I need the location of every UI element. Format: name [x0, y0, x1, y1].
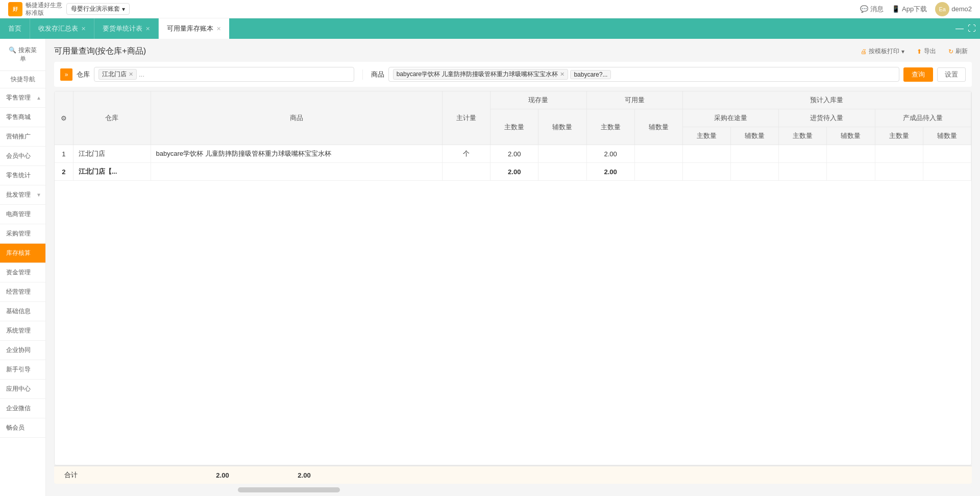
chevron-down-icon: ▾: [122, 6, 125, 13]
quick-nav-btn[interactable]: 快捷导航: [0, 71, 45, 88]
sidebar-item-member-center-label: 会员中心: [6, 152, 31, 160]
sidebar-item-ops-mgmt[interactable]: 经营管理: [0, 282, 45, 302]
app-download-btn[interactable]: 📱 App下载: [892, 5, 927, 14]
window-maximize-icon[interactable]: ⛶: [968, 24, 976, 33]
window-minimize-icon[interactable]: —: [955, 24, 964, 33]
warehouse-tag-group[interactable]: 江北门店 ✕ ...: [94, 67, 354, 82]
row-1-ip-main: [779, 145, 827, 163]
quick-nav-label: 快捷导航: [11, 76, 35, 83]
tab-home[interactable]: 首页: [0, 18, 30, 39]
th-ip-main: 主数量: [779, 127, 827, 145]
tab-order-stats-close[interactable]: ✕: [145, 26, 150, 32]
print-btn[interactable]: 🖨 按模板打印 ▾: [856, 45, 909, 58]
sidebar-item-vip-member[interactable]: 畅会员: [0, 418, 45, 438]
message-btn[interactable]: 💬 消息: [860, 5, 884, 14]
sidebar-item-marketing[interactable]: 营销推广: [0, 127, 45, 147]
th-gear: ⚙: [55, 91, 73, 145]
chevron-down-icon: ▼: [36, 192, 41, 198]
product-tag-text-0: babycare学饮杯 儿童防摔防撞吸管杯重力球吸嘴杯宝宝水杯: [397, 70, 558, 79]
th-stock-aux: 辅数量: [538, 109, 586, 145]
row-1-fp-main: [875, 145, 923, 163]
tab-available-stock-close[interactable]: ✕: [216, 26, 221, 32]
row-1-pt-aux: [731, 145, 779, 163]
row-1-ip-aux: [827, 145, 875, 163]
tab-available-stock[interactable]: 可用量库存账本 ✕: [159, 18, 229, 39]
sidebar-item-wholesale-mgmt[interactable]: 批发管理 ▼: [0, 185, 45, 205]
footer-stock-main: 2.00: [202, 471, 243, 479]
tab-receive-summary[interactable]: 收发存汇总表 ✕: [30, 18, 94, 39]
sidebar-item-ecom-mgmt[interactable]: 电商管理: [0, 205, 45, 224]
sidebar-item-marketing-label: 营销推广: [6, 132, 31, 141]
warehouse-filter-label: 仓库: [77, 70, 90, 79]
sidebar-item-retail-mall-label: 零售商城: [6, 113, 31, 122]
th-incoming-pending: 进货待入量: [779, 109, 875, 127]
page-header: 可用量查询(按仓库+商品) 🖨 按模板打印 ▾ ⬆ 导出 ↻ 刷新: [46, 39, 980, 62]
product-tag-group[interactable]: babycare学饮杯 儿童防摔防撞吸管杯重力球吸嘴杯宝宝水杯 ✕ babyca…: [388, 67, 899, 82]
sidebar-item-purchase-mgmt[interactable]: 采购管理: [0, 224, 45, 244]
sidebar-item-app-center[interactable]: 应用中心: [0, 380, 45, 399]
logo-icon: 好: [8, 2, 22, 16]
refresh-btn[interactable]: ↻ 刷新: [944, 45, 972, 58]
footer-available-main: 2.00: [284, 471, 325, 479]
footer-values: 2.00 2.00: [161, 471, 967, 479]
warehouse-tag-text-0: 江北门店: [102, 70, 127, 79]
main-layout: 🔍 搜索菜单 快捷导航 零售管理 ▲ 零售商城 营销推广 会员中心 零售统计 批…: [0, 39, 980, 496]
warehouse-tag-0: 江北门店 ✕: [99, 69, 137, 80]
tab-order-stats[interactable]: 要货单统计表 ✕: [94, 18, 159, 39]
logo-area: 好 畅捷通好生意 标准版: [8, 2, 62, 16]
user-area[interactable]: Ea demo2: [935, 2, 972, 16]
export-btn[interactable]: ⬆ 导出: [913, 45, 940, 58]
product-tag-remove-0[interactable]: ✕: [560, 71, 565, 78]
sidebar-item-enterprise-collab[interactable]: 企业协同: [0, 341, 45, 360]
scroll-thumb[interactable]: [238, 487, 340, 492]
message-icon: 💬: [860, 5, 868, 13]
warehouse-tag-remove-0[interactable]: ✕: [129, 71, 133, 78]
sidebar-item-retail-stats-label: 零售统计: [6, 171, 31, 180]
print-icon: 🖨: [861, 48, 867, 55]
row-1-pt-main: [682, 145, 730, 163]
table-row: 1 江北门店 babycare学饮杯 儿童防摔防撞吸管杯重力球吸嘴杯宝宝水杯 个…: [55, 145, 971, 163]
content-area: 可用量查询(按仓库+商品) 🖨 按模板打印 ▾ ⬆ 导出 ↻ 刷新: [46, 39, 980, 496]
filter-dots[interactable]: ...: [139, 70, 144, 78]
sidebar-search: 🔍 搜索菜单: [0, 39, 45, 71]
sidebar-item-new-guide[interactable]: 新手引导: [0, 360, 45, 380]
settings-btn[interactable]: 设置: [937, 67, 966, 82]
row-1-no: 1: [55, 145, 73, 163]
row-2-fp-aux: [923, 163, 971, 181]
data-table: ⚙ 仓库 商品 主计量 现存量 可用量 预计入库量 主数量 辅数量 主数量 辅数…: [55, 91, 971, 181]
sidebar-item-retail-mgmt[interactable]: 零售管理 ▲: [0, 88, 45, 108]
export-label: 导出: [924, 47, 936, 56]
sidebar-item-basic-info-label: 基础信息: [6, 307, 31, 316]
th-unit: 主计量: [443, 91, 491, 145]
scroll-bar-area[interactable]: [54, 486, 972, 494]
sidebar-item-new-guide-label: 新手引导: [6, 365, 31, 374]
refresh-label: 刷新: [955, 47, 968, 56]
phone-icon: 📱: [892, 5, 900, 13]
table-footer: 合计 2.00 2.00: [54, 465, 972, 484]
sidebar: 🔍 搜索菜单 快捷导航 零售管理 ▲ 零售商城 营销推广 会员中心 零售统计 批…: [0, 39, 46, 496]
product-filter-label: 商品: [371, 70, 384, 79]
th-ip-aux: 辅数量: [827, 127, 875, 145]
sidebar-item-inventory-check[interactable]: 库存核算: [0, 244, 45, 263]
sidebar-item-finance-mgmt[interactable]: 资金管理: [0, 263, 45, 282]
product-tag-0: babycare学饮杯 儿童防摔防撞吸管杯重力球吸嘴杯宝宝水杯 ✕: [393, 69, 569, 80]
sidebar-item-member-center[interactable]: 会员中心: [0, 147, 45, 166]
row-1-stock-main: 2.00: [491, 145, 538, 163]
tab-close-all-area: — ⛶: [955, 24, 976, 33]
sidebar-item-enterprise-collab-label: 企业协同: [6, 346, 31, 355]
sidebar-item-ops-mgmt-label: 经营管理: [6, 288, 31, 296]
chevron-down-icon: ▾: [901, 48, 904, 55]
sidebar-item-inventory-check-label: 库存核算: [6, 249, 31, 257]
sidebar-item-retail-mall[interactable]: 零售商城: [0, 108, 45, 127]
sidebar-item-sys-mgmt[interactable]: 系统管理: [0, 321, 45, 341]
store-selector[interactable]: 母婴行业演示账套 ▾: [66, 3, 130, 15]
sidebar-item-retail-stats[interactable]: 零售统计: [0, 166, 45, 185]
sidebar-item-basic-info[interactable]: 基础信息: [0, 302, 45, 321]
th-available-aux: 辅数量: [634, 109, 682, 145]
expand-filter-btn[interactable]: »: [60, 68, 72, 81]
search-menu-btn[interactable]: 🔍 搜索菜单: [4, 43, 41, 66]
tab-receive-summary-close[interactable]: ✕: [81, 26, 86, 32]
product-tag-1: babycare?...: [570, 70, 611, 79]
query-btn[interactable]: 查询: [903, 67, 933, 82]
sidebar-item-enterprise-wechat[interactable]: 企业微信: [0, 399, 45, 418]
